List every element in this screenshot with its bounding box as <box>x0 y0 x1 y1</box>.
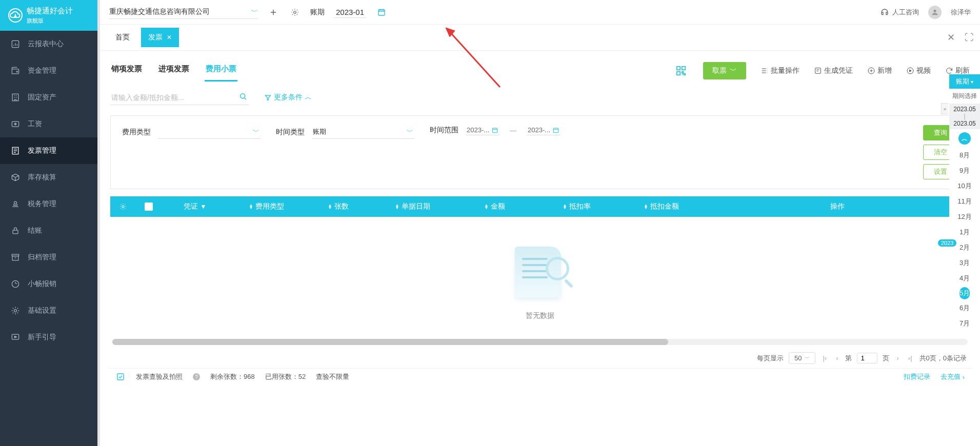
sidebar-item-label: 固定资产 <box>28 93 56 102</box>
rail-month[interactable]: 6月 <box>949 300 980 316</box>
invoice-icon <box>10 146 21 156</box>
sidebar-item-closing[interactable]: 结账 <box>0 217 97 244</box>
svg-rect-15 <box>677 67 680 70</box>
rail-month-current[interactable]: 5月 <box>959 287 970 299</box>
sort-icon[interactable]: ▲▼ <box>644 204 648 209</box>
col-cost-type[interactable]: ▲▼ 费用类型 <box>228 202 305 211</box>
filter-time-type: 时间类型 账期 ﹀ <box>276 125 414 139</box>
calendar-icon[interactable] <box>375 6 388 18</box>
rail-expand-button[interactable]: » <box>941 103 948 114</box>
subtab-output-invoice[interactable]: 销项发票 <box>110 60 143 82</box>
sort-icon[interactable]: ▲▼ <box>563 204 567 209</box>
col-deduct-rate[interactable]: ▲▼ 抵扣率 <box>536 202 618 211</box>
more-filters-toggle[interactable]: 更多条件 ︿ <box>264 93 312 102</box>
col-voucher[interactable]: 凭证 ▼ <box>162 202 228 211</box>
sidebar-item-label: 结账 <box>28 226 42 235</box>
per-page-select[interactable]: 50 ﹀ <box>789 352 815 364</box>
close-icon[interactable]: ✕ <box>167 34 172 41</box>
rail-month[interactable]: 8月 <box>949 148 980 163</box>
col-count[interactable]: ▲▼ 张数 <box>305 202 372 211</box>
rail-month[interactable]: 12月 <box>949 209 980 225</box>
sidebar-item-reports[interactable]: 云报表中心 <box>0 31 97 57</box>
sort-icon[interactable]: ▲▼ <box>395 204 399 209</box>
sidebar-item-tax[interactable]: 税务管理 <box>0 191 97 217</box>
sidebar-item-expense[interactable]: 小畅报销 <box>0 271 97 297</box>
add-company-button[interactable] <box>267 6 279 18</box>
empty-illustration <box>507 237 573 304</box>
rail-month[interactable]: 4月 <box>949 271 980 286</box>
fullscreen-button[interactable]: ⛶ <box>963 31 976 44</box>
cloud-icon <box>8 8 23 23</box>
rail-from: 2023.05 <box>949 106 980 113</box>
search-icon[interactable] <box>238 92 248 103</box>
sidebar-item-salary[interactable]: 工资 <box>0 111 97 137</box>
page-input[interactable] <box>857 353 877 363</box>
subtab-input-invoice[interactable]: 进项发票 <box>157 60 190 82</box>
sidebar-item-inventory[interactable]: 库存核算 <box>0 164 97 191</box>
rail-month[interactable]: 10月 <box>949 178 980 194</box>
sidebar-item-assets[interactable]: 固定资产 <box>0 84 97 111</box>
sort-icon[interactable]: ▲▼ <box>328 204 332 209</box>
avatar[interactable] <box>928 6 942 19</box>
tab-invoice[interactable]: 发票 ✕ <box>141 28 179 47</box>
next-page-button[interactable]: › <box>894 354 901 362</box>
rail-month[interactable]: 7月 <box>949 316 980 331</box>
col-deduct-amount[interactable]: ▲▼ 抵扣金额 <box>618 202 705 211</box>
select-all-checkbox[interactable] <box>136 202 162 211</box>
col-amount[interactable]: ▲▼ 金额 <box>454 202 536 211</box>
column-settings[interactable] <box>110 202 136 211</box>
close-all-button[interactable]: ✕ <box>944 31 957 44</box>
rail-month[interactable]: 11月 <box>949 194 980 209</box>
sidebar-item-guide[interactable]: 新手引导 <box>0 324 97 351</box>
recharge-link[interactable]: 去充值 › <box>941 372 965 381</box>
sidebar-item-settings[interactable]: 基础设置 <box>0 297 97 324</box>
company-selector[interactable]: 重庆畅捷交通信息咨询有限公司 ﹀ <box>109 5 258 19</box>
cost-type-select[interactable]: ﹀ <box>158 125 261 139</box>
sort-icon[interactable]: ▲▼ <box>485 204 489 209</box>
chevron-up-icon: ︿ <box>305 93 312 102</box>
last-page-button[interactable]: ›| <box>906 354 914 362</box>
username[interactable]: 徐泽华 <box>951 8 971 17</box>
search-input[interactable] <box>111 93 238 102</box>
page-suffix: 页 <box>883 354 889 363</box>
tab-home[interactable]: 首页 <box>107 26 138 49</box>
rail-collapse-button[interactable]: ︽ <box>958 132 971 145</box>
fee-log-link[interactable]: 扣费记录 <box>904 372 930 381</box>
sidebar-item-funds[interactable]: 资金管理 <box>0 57 97 84</box>
horizontal-scrollbar[interactable] <box>112 339 968 345</box>
rail-month[interactable]: 9月 <box>949 163 980 178</box>
sidebar-item-label: 发票管理 <box>28 146 56 155</box>
subtab-expense-receipt[interactable]: 费用小票 <box>205 60 237 82</box>
used-label: 已用张数： <box>265 373 298 380</box>
wallet-icon <box>10 66 21 76</box>
svg-rect-6 <box>13 230 18 234</box>
batch-ops-button[interactable]: 批量操作 <box>761 66 799 75</box>
settings-button[interactable] <box>289 6 301 18</box>
rail-month[interactable]: 1月 <box>949 225 980 240</box>
sidebar-item-archive[interactable]: 归档管理 <box>0 244 97 271</box>
period-value[interactable]: 2023-01 <box>334 7 366 18</box>
used-value: 52 <box>298 373 306 380</box>
date-from[interactable]: 2023-... <box>466 125 499 135</box>
filter-icon[interactable]: ▼ <box>201 203 207 210</box>
time-type-select[interactable]: 账期 ﹀ <box>312 125 414 139</box>
sidebar-item-invoice[interactable]: 发票管理 <box>0 137 97 164</box>
date-to[interactable]: 2023-... <box>527 125 561 135</box>
gear-icon <box>10 306 21 316</box>
rail-header[interactable]: 账期 ▾ <box>949 74 980 89</box>
sort-icon[interactable]: ▲▼ <box>249 204 253 209</box>
support-link[interactable]: 人工咨询 <box>880 8 919 17</box>
fetch-invoice-button[interactable]: 取票 ﹀ <box>703 62 746 79</box>
svg-point-24 <box>122 206 124 208</box>
help-icon[interactable]: ? <box>193 373 200 380</box>
svg-rect-17 <box>677 72 680 75</box>
prev-page-button[interactable]: ‹ <box>834 354 840 362</box>
qr-icon[interactable] <box>673 63 689 78</box>
add-button[interactable]: 新增 <box>867 66 892 75</box>
rail-month[interactable]: 3月 <box>949 255 980 271</box>
col-doc-date[interactable]: ▲▼ 单据日期 <box>372 202 454 211</box>
gen-voucher-button[interactable]: 生成凭证 <box>814 66 853 75</box>
first-page-button[interactable]: |‹ <box>821 354 829 362</box>
video-button[interactable]: 视频 <box>906 66 931 75</box>
chevron-down-icon: ﹀ <box>407 127 413 136</box>
